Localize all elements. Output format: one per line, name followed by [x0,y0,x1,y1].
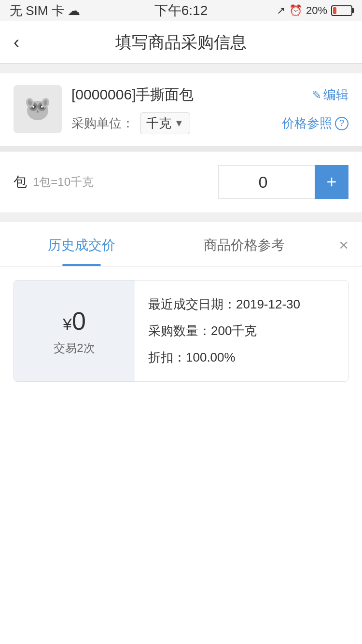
main-background [0,395,362,644]
quantity-unit: 包 [14,173,27,191]
nav-bar: ‹ 填写商品采购信息 [0,21,362,64]
price-value: 0 [72,307,86,335]
purchase-qty-label: 采购数量： [148,323,211,338]
battery-indicator [331,5,352,16]
price-amount: ¥0 [63,307,86,336]
edit-label: 编辑 [323,86,348,103]
price-card-right: 最近成交日期：2019-12-30 采购数量：200千克 折扣：100.00% [135,280,348,381]
sim-label: 无 SIM 卡 ☁ [10,2,80,19]
price-reference-button[interactable]: 价格参照 ? [282,115,348,132]
tab-content: ¥0 交易2次 最近成交日期：2019-12-30 采购数量：200千克 折扣：… [0,266,362,395]
quantity-conversion: 1包=10千克 [33,174,94,190]
status-right: ↗ ⏰ 20% [277,4,352,17]
unit-selector[interactable]: 千克 ▼ [140,112,190,134]
tab-close-button[interactable]: × [325,222,362,266]
tab-section: 历史成交价 商品价格参考 × ¥0 交易2次 最近成交日期：2019-12-30… [0,222,362,395]
discount-value: 100.00% [186,350,236,364]
edit-button[interactable]: ✎ 编辑 [312,86,348,103]
back-button[interactable]: ‹ [14,32,19,53]
status-time: 下午6:12 [154,1,208,20]
tab-price-reference[interactable]: 商品价格参考 [163,223,325,266]
product-title-row: [0000006]手撕面包 ✎ 编辑 [71,85,348,105]
discount-label: 折扣： [148,350,186,364]
page-title: 填写商品采购信息 [115,31,247,54]
product-name: [0000006]手撕面包 [71,85,194,105]
status-left: 无 SIM 卡 ☁ [10,2,80,19]
price-card-left: ¥0 交易2次 [14,280,135,381]
direction-icon: ↗ [277,4,285,17]
unit-dropdown-icon: ▼ [174,118,184,129]
section-divider [0,146,362,152]
quantity-input-group: + [218,165,348,199]
product-details: [0000006]手撕面包 ✎ 编辑 采购单位： 千克 ▼ 价格参照 ? [71,85,348,134]
edit-icon: ✎ [312,88,321,102]
unit-value: 千克 [146,115,171,132]
quantity-plus-button[interactable]: + [315,165,348,199]
recent-date-value: 2019-12-30 [236,297,300,311]
purchase-qty-row: 采购数量：200千克 [148,322,334,339]
product-header: [0000006]手撕面包 ✎ 编辑 采购单位： 千克 ▼ 价格参照 ? [14,85,348,134]
product-section: [0000006]手撕面包 ✎ 编辑 采购单位： 千克 ▼ 价格参照 ? [0,73,362,146]
price-card: ¥0 交易2次 最近成交日期：2019-12-30 采购数量：200千克 折扣：… [14,280,348,382]
discount-row: 折扣：100.00% [148,349,334,366]
recent-date-label: 最近成交日期： [148,297,236,311]
unit-label: 采购单位： [71,115,134,132]
quantity-label: 包 1包=10千克 [14,173,94,191]
quantity-input[interactable] [218,165,315,199]
status-bar: 无 SIM 卡 ☁ 下午6:12 ↗ ⏰ 20% [0,0,362,21]
price-ref-help-icon: ? [335,117,348,130]
product-logo-icon [21,92,55,126]
tab-bar: 历史成交价 商品价格参考 × [0,222,362,266]
battery-fill [333,7,336,14]
tab-history-price[interactable]: 历史成交价 [0,223,163,266]
price-ref-label: 价格参照 [282,115,332,132]
quantity-row: 包 1包=10千克 + [0,152,362,212]
unit-row: 采购单位： 千克 ▼ 价格参照 ? [71,112,348,134]
alarm-icon: ⏰ [289,4,302,17]
currency-symbol: ¥ [63,315,72,333]
recent-date-row: 最近成交日期：2019-12-30 [148,296,334,313]
price-trades: 交易2次 [54,340,95,356]
battery-percent: 20% [306,4,327,17]
purchase-qty-value: 200千克 [211,323,257,338]
product-thumbnail [14,85,62,133]
